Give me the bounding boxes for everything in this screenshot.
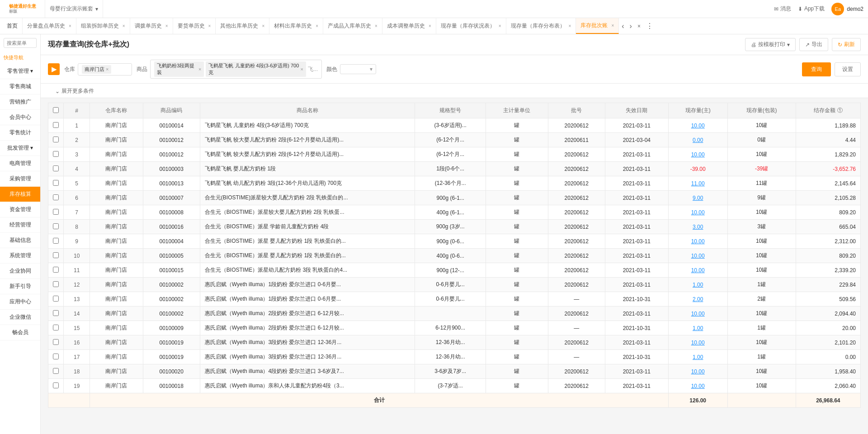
cell-stock-main[interactable]: 1.00 [668,321,727,335]
sidebar-item-inventory[interactable]: 库存核算 [0,187,40,202]
sidebar-item-basic[interactable]: 基础信息 [0,233,40,248]
cell-checkbox[interactable] [48,263,64,278]
th-checkbox[interactable] [48,103,64,118]
cell-stock-main[interactable]: 11.00 [668,176,727,191]
sidebar-item-marketing[interactable]: 营销推广 [0,94,40,110]
export-button[interactable]: ↗ 导出 [799,38,828,51]
tab-prev-btn[interactable]: ‹ [619,22,627,30]
tab-stock-dist[interactable]: 现存量（库存分布表） × [506,18,576,34]
cell-stock-main[interactable]: 1.00 [668,350,727,364]
tab-close-all-btn[interactable]: × [635,23,643,29]
cell-stock-main[interactable]: 2.00 [668,292,727,307]
close-icon[interactable]: × [611,23,614,28]
sidebar-item-ecommerce[interactable]: 电商管理 [0,156,40,171]
cell-checkbox[interactable] [48,191,64,205]
close-icon[interactable]: × [165,24,168,28]
cell-stock-main[interactable]: 0.00 [668,133,727,147]
cell-stock-main[interactable]: 10.00 [668,364,727,379]
cell-checkbox[interactable] [48,176,64,191]
cell-checkbox[interactable] [48,321,64,335]
cell-checkbox[interactable] [48,234,64,249]
close-icon[interactable]: × [375,24,377,28]
refresh-button[interactable]: ↻ 刷新 [832,38,861,51]
industry-selector[interactable]: 母婴行业演示账套 ▾ [45,0,103,18]
close-icon[interactable]: × [106,66,108,72]
close-icon[interactable]: × [69,24,71,28]
cell-checkbox[interactable] [48,292,64,307]
close-icon[interactable]: × [316,24,318,28]
cell-checkbox[interactable] [48,307,64,321]
select-all-checkbox[interactable] [53,107,59,113]
sidebar-item-finance[interactable]: 资金管理 [0,202,40,217]
sidebar-item-enterprise[interactable]: 企业协同 [0,264,40,279]
color-filter-select[interactable] [340,64,376,74]
print-button[interactable]: 🖨 按模板打印 ▾ [745,38,796,51]
product-tag-group[interactable]: 飞鹤奶粉3段两提装 × 飞鹤星飞帆 儿童奶粉 4段(3-6岁适用) 700克 ×… [150,60,322,79]
sidebar-quick-nav[interactable]: 快捷导航 [0,52,40,64]
cell-stock-main[interactable]: 10.00 [668,335,727,350]
cell-checkbox[interactable] [48,162,64,176]
close-icon[interactable]: × [198,66,201,72]
cell-stock-main[interactable]: 10.00 [668,118,727,133]
tab-stock-status[interactable]: 现存量（库存状况表） × [436,18,506,34]
cell-checkbox[interactable] [48,364,64,379]
cell-checkbox[interactable] [48,379,64,393]
filter-expand-button[interactable]: ▶ [48,63,60,75]
sidebar-item-retail-stat[interactable]: 零售统计 [0,125,40,141]
sidebar-item-retail-mgmt[interactable]: 零售管理 ▾ [0,64,40,79]
cell-checkbox[interactable] [48,118,64,133]
cell-checkbox[interactable] [48,249,64,263]
user-area[interactable]: Ea demo2 [831,3,863,15]
tab-other-out[interactable]: 其他出库单历史 × [216,18,269,34]
tab-home[interactable]: 首页 [2,18,23,34]
tab-material-out[interactable]: 材料出库单历史 × [269,18,323,34]
cell-stock-main[interactable]: 10.00 [668,205,727,220]
cell-stock-main[interactable]: 10.00 [668,249,727,263]
tab-mix[interactable]: 调拨单历史 × [130,18,173,34]
message-btn[interactable]: ✉ 消息 [774,5,791,13]
cell-stock-main[interactable]: 9.00 [668,191,727,205]
sidebar-item-retail-shop[interactable]: 零售商城 [0,79,40,94]
sidebar-item-operation[interactable]: 经营管理 [0,217,40,233]
cell-stock-main[interactable]: 10.00 [668,307,727,321]
sidebar-item-member2[interactable]: 畅会员 [0,325,40,340]
close-icon[interactable]: × [262,24,264,28]
cell-checkbox[interactable] [48,133,64,147]
close-icon[interactable]: × [569,24,571,28]
tab-combo-dis[interactable]: 组装拆卸单历史 × [76,18,130,34]
cell-stock-main[interactable]: -39.00 [668,162,727,176]
cell-checkbox[interactable] [48,335,64,350]
sidebar-item-enterprise-wechat[interactable]: 企业微信 [0,310,40,325]
cell-checkbox[interactable] [48,220,64,234]
close-icon[interactable]: × [499,24,501,28]
tab-batch-ledger[interactable]: 库存批次账 × [576,18,619,34]
tab-menu-btn[interactable]: ⋮ [643,22,656,30]
sidebar-item-wholesale[interactable]: 批发管理 ▾ [0,141,40,156]
query-button[interactable]: 查询 [802,62,831,76]
sidebar-item-member[interactable]: 会员中心 [0,110,40,125]
sidebar-item-system[interactable]: 系统管理 [0,248,40,264]
cell-stock-main[interactable]: 1.00 [668,278,727,292]
cell-stock-main[interactable]: 10.00 [668,234,727,249]
close-icon[interactable]: × [208,24,211,28]
sidebar-item-appcenter[interactable]: 应用中心 [0,294,40,310]
cell-checkbox[interactable] [48,278,64,292]
close-icon[interactable]: × [123,24,125,28]
warehouse-tag-group[interactable]: 南岸门店 × [78,63,132,75]
cell-checkbox[interactable] [48,205,64,220]
cell-stock-main[interactable]: 10.00 [668,147,727,162]
cell-stock-main[interactable]: 10.00 [668,263,727,278]
app-download-btn[interactable]: ⬇ App下载 [798,5,825,13]
close-icon[interactable]: × [301,66,303,72]
search-input[interactable] [4,38,37,48]
tab-split-disk[interactable]: 分量盘点单历史 × [23,18,76,34]
cell-checkbox[interactable] [48,350,64,364]
tab-cost-adj[interactable]: 成本调整单历史 × [382,18,436,34]
cell-checkbox[interactable] [48,147,64,162]
sidebar-item-purchase[interactable]: 采购管理 [0,171,40,187]
cell-stock-main[interactable]: 10.00 [668,379,727,393]
setting-button[interactable]: 设置 [835,62,861,76]
tab-next-btn[interactable]: › [627,22,635,30]
cell-stock-main[interactable]: 3.00 [668,220,727,234]
sidebar-item-newguide[interactable]: 新手引导 [0,279,40,294]
